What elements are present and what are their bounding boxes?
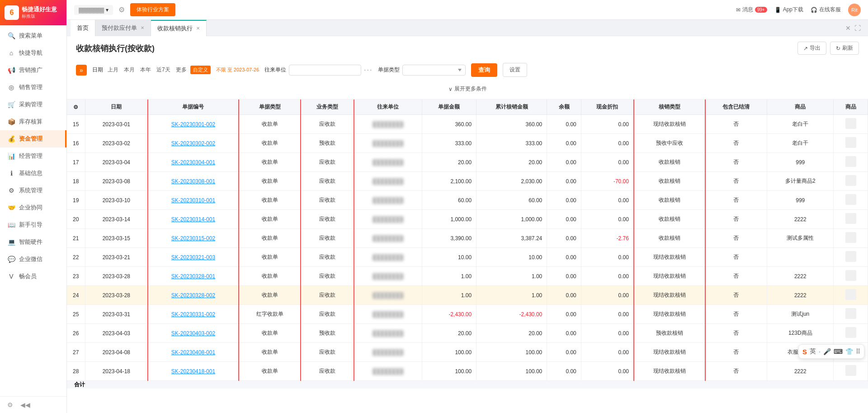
date-opt-7days[interactable]: 近7天 xyxy=(155,65,172,75)
partner-value: ████████ xyxy=(373,121,403,128)
date-range-display: 不限 至 2023-07-26 xyxy=(216,66,259,73)
sidebar-item-basic[interactable]: ℹ基础信息 xyxy=(0,165,66,182)
date-opt-more[interactable]: 更多 xyxy=(174,65,189,75)
sidebar-item-label-purchase: 采购管理 xyxy=(19,100,42,109)
doc-no-link[interactable]: SK-20230301-002 xyxy=(171,121,215,128)
sidebar-item-finance[interactable]: 💰资金管理 xyxy=(0,130,66,147)
industry-solution-button[interactable]: 体验行业方案 xyxy=(130,3,175,16)
tab-close-prepay[interactable]: ✕ xyxy=(141,25,144,30)
date-opt-this-month[interactable]: 本月 xyxy=(122,65,137,75)
sidebar-item-operation[interactable]: 📊经营管理 xyxy=(0,147,66,165)
tab-prepay[interactable]: 预付款应付单✕ xyxy=(95,20,151,36)
voucher-type-select[interactable] xyxy=(402,65,466,76)
sidebar-item-wechat[interactable]: 💬企业微信 xyxy=(0,251,66,268)
settings-button[interactable]: 设置 xyxy=(503,63,527,77)
sidebar-item-inventory[interactable]: 📦库存核算 xyxy=(0,113,66,130)
cell-balance: 0.00 xyxy=(547,343,581,362)
tab-home[interactable]: 首页 xyxy=(71,20,95,36)
settings-bottom-icon[interactable]: ⚙ xyxy=(7,401,13,408)
sidebar-item-marketing[interactable]: 📢营销推广 xyxy=(0,62,66,79)
footer-goods2 xyxy=(834,381,868,389)
sidebar-item-hardware[interactable]: 💻智能硬件 xyxy=(0,233,66,251)
column-settings-icon[interactable]: ⚙ xyxy=(73,104,78,110)
expand-more-button[interactable]: ∨ 展开更多条件 xyxy=(76,83,859,95)
ft-icon-4[interactable]: ⌨ xyxy=(834,348,843,355)
fullscreen-icon[interactable]: ⛶ xyxy=(854,24,861,32)
doc-no-link[interactable]: SK-20230408-001 xyxy=(171,349,215,356)
cell-biz-type: 应收款 xyxy=(301,248,354,267)
cell-amount: -2,430.00 xyxy=(422,305,476,324)
sidebar-item-cooperation[interactable]: 🤝企业协同 xyxy=(0,199,66,216)
cell-goods-img xyxy=(834,153,868,172)
date-opt-last-month[interactable]: 上月 xyxy=(106,65,120,75)
cell-goods: 999 xyxy=(767,153,834,172)
cell-biz-type: 应收款 xyxy=(301,362,354,381)
app-logo-icon: 6 xyxy=(5,5,19,20)
doc-no-link[interactable]: SK-20230302-002 xyxy=(171,140,215,147)
tab-writeoff[interactable]: 收款核销执行✕ xyxy=(151,20,207,36)
partner-label: 往来单位 xyxy=(264,66,286,74)
partner-dots[interactable]: ··· xyxy=(364,66,373,74)
cell-doc-type: 红字收款单 xyxy=(239,305,301,324)
col-settings[interactable]: ⚙ xyxy=(67,100,85,115)
filter-toggle-button[interactable]: » xyxy=(76,65,87,76)
doc-no-link[interactable]: SK-20230321-003 xyxy=(171,254,215,261)
query-button[interactable]: 查询 xyxy=(471,63,497,77)
settings-icon[interactable]: ⚙ xyxy=(118,5,125,14)
shortcut-icon: ⌂ xyxy=(7,49,15,57)
doc-no-link[interactable]: SK-20230314-001 xyxy=(171,216,215,223)
doc-no-link[interactable]: SK-20230328-001 xyxy=(171,273,215,280)
doc-no-link[interactable]: SK-20230403-002 xyxy=(171,330,215,337)
cell-doc-type: 收款单 xyxy=(239,343,301,362)
doc-no-link[interactable]: SK-20230304-001 xyxy=(171,159,215,166)
cell-doc-type: 收款单 xyxy=(239,362,301,381)
doc-no-link[interactable]: SK-20230308-001 xyxy=(171,178,215,185)
refresh-button[interactable]: ↻ 刷新 xyxy=(830,42,859,55)
tab-close-writeoff[interactable]: ✕ xyxy=(196,26,200,31)
close-tab-icon[interactable]: ✕ xyxy=(845,24,851,32)
sidebar-item-sales[interactable]: ◎销售管理 xyxy=(0,79,66,96)
cell-goods: 测试多属性 xyxy=(767,229,834,248)
footer-goods xyxy=(767,381,834,389)
headset-icon: 🎧 xyxy=(811,7,817,13)
doc-no-link[interactable]: SK-20230328-002 xyxy=(171,292,215,299)
doc-no-link[interactable]: SK-20230418-001 xyxy=(171,368,215,375)
table-row: 22 2023-03-21 SK-20230321-003 收款单 应收款 ██… xyxy=(67,248,868,267)
footer-amount xyxy=(422,381,476,389)
app-download-button[interactable]: 📱 App下载 xyxy=(774,6,803,14)
message-button[interactable]: ✉ 消息 99+ xyxy=(736,6,767,14)
partner-input[interactable] xyxy=(289,65,361,76)
app-selector-text: ▓▓▓▓▓▓▓ xyxy=(79,7,104,13)
table-row: 17 2023-03-04 SK-20230304-001 收款单 应收款 ██… xyxy=(67,153,868,172)
basic-icon: ℹ xyxy=(7,169,15,177)
collapse-icon[interactable]: ◀◀ xyxy=(20,401,30,408)
cell-doc-no: SK-20230321-003 xyxy=(148,248,239,267)
ft-icon-6[interactable]: ⠿ xyxy=(856,348,860,355)
online-service-button[interactable]: 🎧 在线客服 xyxy=(811,6,841,14)
ft-icon-1[interactable]: 英 xyxy=(810,347,816,356)
export-button[interactable]: ↗ 导出 xyxy=(797,42,826,55)
doc-no-link[interactable]: SK-20230331-002 xyxy=(171,311,215,318)
date-opt-this-year[interactable]: 本年 xyxy=(138,65,153,75)
tab-label-writeoff: 收款核销执行 xyxy=(157,24,193,33)
sidebar-item-vip[interactable]: V畅会员 xyxy=(0,268,66,285)
doc-no-link[interactable]: SK-20230315-002 xyxy=(171,235,215,242)
user-avatar[interactable]: Rit xyxy=(848,4,861,16)
app-selector[interactable]: ▓▓▓▓▓▓▓ ▾ xyxy=(74,5,113,15)
sidebar-item-shortcut[interactable]: ⌂快捷导航 xyxy=(0,44,66,62)
table-row: 19 2023-03-10 SK-20230310-001 收款单 应收款 ██… xyxy=(67,191,868,210)
cell-partner: ████████ xyxy=(354,305,422,324)
cell-goods xyxy=(767,248,834,267)
sidebar-item-system[interactable]: ⚙系统管理 xyxy=(0,182,66,199)
sidebar-item-search[interactable]: 🔍搜索菜单 xyxy=(0,27,66,44)
date-custom-button[interactable]: 自定义 xyxy=(190,66,211,74)
cell-seq: 27 xyxy=(67,343,85,362)
sidebar-item-guide[interactable]: 📖新手引导 xyxy=(0,216,66,233)
ft-icon-5[interactable]: 👕 xyxy=(845,348,853,355)
cell-seq: 25 xyxy=(67,305,85,324)
sidebar-item-purchase[interactable]: 🛒采购管理 xyxy=(0,96,66,113)
doc-no-link[interactable]: SK-20230310-001 xyxy=(171,197,215,204)
table-footer-row: 合计 xyxy=(67,381,868,389)
ft-icon-2[interactable]: · xyxy=(819,348,821,355)
ft-icon-3[interactable]: 🎤 xyxy=(823,348,831,355)
